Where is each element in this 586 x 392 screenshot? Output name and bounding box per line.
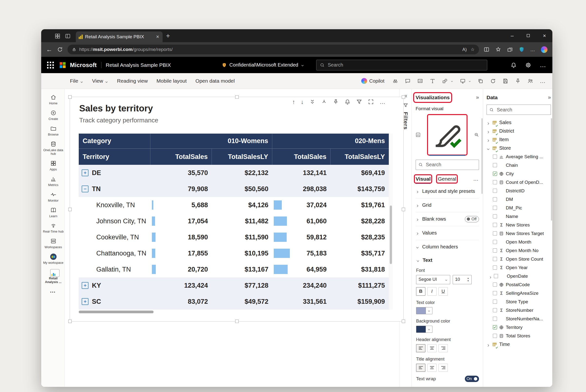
data-field-dm-pic[interactable]: DM_Pic <box>486 204 551 212</box>
chevron-down-icon[interactable] <box>486 146 490 150</box>
background-color-picker[interactable] <box>416 326 479 333</box>
data-field-new-stores-target[interactable]: New Stores Target <box>486 229 551 238</box>
section-values[interactable]: Values <box>416 226 479 240</box>
drill-down-icon[interactable]: ↓ <box>301 99 304 105</box>
scrollbar-thumb[interactable] <box>390 206 392 264</box>
back-icon[interactable]: ← <box>46 46 52 53</box>
sidebar-item-monitor[interactable]: Monitor <box>41 189 65 205</box>
chevron-right-icon[interactable] <box>486 130 490 133</box>
pin-icon[interactable] <box>515 78 521 84</box>
align-center-button[interactable] <box>427 344 436 352</box>
save-icon[interactable] <box>502 78 508 84</box>
data-table-sales[interactable]: Sales <box>486 118 551 127</box>
settings-gear-icon[interactable] <box>525 62 532 68</box>
close-button[interactable]: × <box>543 33 546 38</box>
data-field-opendate[interactable]: OpenDate <box>486 272 551 280</box>
drill-up-icon[interactable]: ↑ <box>292 99 295 105</box>
duplicate-icon[interactable] <box>478 78 484 84</box>
vertical-scrollbar[interactable] <box>389 134 393 310</box>
view-report-icon[interactable] <box>417 78 423 84</box>
matrix-row-cookeville-tn[interactable]: Cookeville, TN 18,590$11,59059,812$28,23… <box>79 229 389 245</box>
refresh-icon[interactable] <box>57 46 63 53</box>
chevron-right-icon[interactable] <box>486 138 490 142</box>
data-field-open-year[interactable]: Σ Open Year <box>486 263 551 272</box>
resize-handle[interactable] <box>68 95 72 99</box>
chevron-right-icon[interactable] <box>489 275 492 278</box>
matrix-row-tn[interactable]: − TN 79,908$50,560298,038$143,759 <box>79 181 389 197</box>
matrix-visual[interactable]: Sales by territory Track category perfor… <box>70 97 404 322</box>
column-header[interactable]: TotalSales <box>272 149 330 165</box>
analytics-icon[interactable] <box>474 130 479 140</box>
field-checkbox[interactable] <box>493 206 497 210</box>
data-field-new-stores[interactable]: Σ New Stores <box>486 220 551 229</box>
sidebar-item-real-time-hub[interactable]: Real-Time hub <box>41 220 65 236</box>
bold-button[interactable]: B <box>416 287 425 296</box>
sidebar-item-create[interactable]: Create <box>41 108 65 123</box>
browser-tab[interactable]: Retail Analysis Sample PBIX × <box>76 32 162 42</box>
section-blank-rows[interactable]: Blank rows Off <box>416 212 479 226</box>
expand-toggle-icon[interactable]: + <box>82 298 88 305</box>
sidebar-item-metrics[interactable]: Metrics <box>41 174 65 189</box>
data-field-territory[interactable]: Territory <box>486 323 551 332</box>
favorites-icon[interactable] <box>495 46 502 53</box>
format-search[interactable] <box>416 160 479 170</box>
matrix-row-chattanooga-tn[interactable]: Chattanooga, TN 17,855$10,19575,183$35,7… <box>79 245 389 261</box>
section-grid[interactable]: Grid <box>416 198 479 212</box>
resize-handle[interactable] <box>235 320 239 323</box>
resize-handle[interactable] <box>68 208 72 211</box>
field-checkbox[interactable] <box>493 317 497 321</box>
align-left-button[interactable] <box>416 364 425 372</box>
teams-icon[interactable] <box>527 78 533 84</box>
resize-handle[interactable] <box>235 95 239 99</box>
sidebar-item-home[interactable]: Home <box>41 92 65 108</box>
split-screen-icon[interactable] <box>484 46 490 53</box>
sidebar-item-browse[interactable]: Browse <box>41 123 65 139</box>
sidebar-item-retail-analysis[interactable]: Retail Analysis ... <box>41 267 65 286</box>
favorite-star-icon[interactable]: ☆ <box>471 47 474 52</box>
field-checkbox[interactable] <box>493 180 497 184</box>
field-checkbox[interactable] <box>493 266 497 270</box>
data-field-chain[interactable]: Chain <box>486 161 551 170</box>
expand-toggle-icon[interactable]: + <box>82 282 88 289</box>
global-search[interactable] <box>316 60 487 70</box>
data-field-total-stores[interactable]: Total Stores <box>486 332 551 340</box>
expand-toggle-icon[interactable]: + <box>82 170 88 176</box>
menu-mobile-layout[interactable]: Mobile layout <box>156 78 187 84</box>
data-field-city[interactable]: City <box>486 170 551 178</box>
sidebar-item-my-workspace[interactable]: My workspace <box>41 251 65 267</box>
read-aloud-icon[interactable]: A) <box>462 47 467 52</box>
resize-handle[interactable] <box>402 320 405 323</box>
more-options-icon[interactable]: … <box>540 78 546 84</box>
field-checkbox[interactable] <box>493 189 497 193</box>
align-left-button[interactable] <box>416 344 425 352</box>
collapse-toggle-icon[interactable]: − <box>82 186 88 192</box>
blank-rows-toggle[interactable]: Off <box>465 216 479 222</box>
tab-more-icon[interactable]: … <box>473 176 479 182</box>
chevron-right-icon[interactable] <box>486 343 490 346</box>
data-field-storenumber[interactable]: Σ StoreNumber <box>486 306 551 314</box>
color-dropdown-icon[interactable] <box>426 326 432 333</box>
expand-all-icon[interactable] <box>309 99 316 105</box>
minimize-button[interactable]: – <box>511 33 514 38</box>
font-family-select[interactable]: Segoe UI <box>416 275 450 284</box>
maximize-button[interactable] <box>526 33 530 38</box>
filter-funnel-icon[interactable] <box>356 99 362 105</box>
text-color-picker[interactable] <box>416 307 479 314</box>
menu-view[interactable]: View <box>92 78 108 84</box>
menu-file[interactable]: File <box>70 78 83 84</box>
chevron-down-icon[interactable] <box>468 80 471 82</box>
pane-scrollbar[interactable] <box>551 118 552 220</box>
menu-open-data-model[interactable]: Open data model <box>196 78 235 84</box>
tab-actions-icon[interactable] <box>54 33 61 39</box>
field-checkbox-checked[interactable] <box>493 325 497 329</box>
data-field-open-month[interactable]: Open Month <box>486 238 551 246</box>
new-tab-button[interactable]: + <box>166 32 170 40</box>
collapse-pane-icon[interactable]: » <box>548 94 551 101</box>
color-dropdown-icon[interactable] <box>426 307 432 314</box>
data-field-postalcode[interactable]: PostalCode <box>486 280 551 289</box>
comments-icon[interactable] <box>405 78 411 84</box>
field-checkbox-checked[interactable] <box>493 172 497 176</box>
search-input[interactable] <box>327 62 484 68</box>
sensitivity-label[interactable]: Confidential\Microsoft Extended <box>222 62 304 68</box>
field-checkbox[interactable] <box>493 257 497 261</box>
